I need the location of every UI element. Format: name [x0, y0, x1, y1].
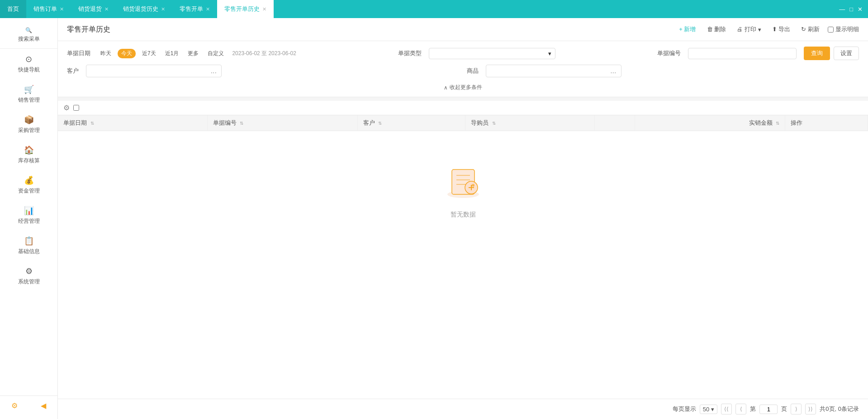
col-date[interactable]: 单据日期 ⇅ [58, 115, 207, 131]
content-area: 零售开单历史 + 新增 🗑 删除 🖨 打印 ▾ ⬆ 导出 ↻ 刷新 [58, 18, 868, 419]
refresh-button[interactable]: ↻ 刷新 [798, 24, 822, 35]
page-size-label: 每页显示 [673, 405, 696, 413]
table-settings-icon[interactable]: ⚙ [63, 104, 70, 112]
tab-sales-return[interactable]: 销货退货 ✕ [71, 0, 116, 18]
date-btn-today[interactable]: 今天 [118, 49, 136, 58]
sidebar-label-basic-info: 基础信息 [18, 248, 40, 255]
sidebar-item-inventory[interactable]: 🏠 库存核算 [0, 140, 57, 170]
display-detail-checkbox[interactable]: 显示明细 [828, 25, 859, 33]
new-button[interactable]: + 新增 [676, 24, 698, 35]
table-header-row: 单据日期 ⇅ 单据编号 ⇅ 客户 ⇅ [58, 115, 868, 131]
query-button[interactable]: 查询 [804, 47, 830, 60]
sidebar-search[interactable]: 🔍 搜索采单 [0, 22, 57, 49]
toolbar: + 新增 🗑 删除 🖨 打印 ▾ ⬆ 导出 ↻ 刷新 显示明细 [676, 24, 859, 35]
inventory-icon: 🏠 [24, 145, 34, 155]
customer-label: 客户 [67, 67, 79, 75]
sidebar-item-operations[interactable]: 📊 经营管理 [0, 200, 57, 231]
sidebar-settings-btn[interactable]: ⚙ [8, 400, 21, 412]
pagination: 每页显示 50 ▾ ⟨⟨ ⟨ 第 页 ⟩ ⟩⟩ 共0页, 0条记录 [58, 399, 868, 419]
product-input[interactable]: ... [486, 65, 621, 77]
window-close[interactable]: ✕ [858, 6, 863, 13]
empty-state: 暂无数据 [58, 131, 868, 246]
order-no-label: 单据编号 [657, 49, 681, 57]
page-size-value: 50 [703, 406, 709, 413]
tab-sales-return-history[interactable]: 销货退货历史 ✕ [116, 0, 172, 18]
date-btn-more[interactable]: 更多 [185, 49, 201, 58]
close-tab-retail-history[interactable]: ✕ [262, 6, 266, 12]
close-tab-retail-open[interactable]: ✕ [206, 6, 210, 12]
date-btn-7days[interactable]: 近7天 [139, 49, 159, 58]
col-amount[interactable]: 实销金额 ⇅ [635, 115, 785, 131]
sidebar-item-sys-mgmt[interactable]: ⚙ 系统管理 [0, 261, 57, 291]
sales-mgmt-icon: 🛒 [24, 85, 34, 94]
last-page-btn[interactable]: ⟩⟩ [805, 404, 816, 414]
sort-amount-icon[interactable]: ⇅ [776, 121, 779, 126]
sidebar-item-sales-mgmt[interactable]: 🛒 销售管理 [0, 79, 57, 109]
page-label-after: 页 [781, 405, 787, 413]
page-size-dropdown-icon[interactable]: ▾ [711, 406, 714, 413]
settings-filter-button[interactable]: 设置 [834, 47, 859, 60]
close-tab-sales-return[interactable]: ✕ [104, 6, 109, 12]
product-picker-icon[interactable]: ... [610, 67, 616, 75]
sidebar-bottom: ⚙ ◀ [0, 395, 57, 415]
sidebar-item-purchase-mgmt[interactable]: 📦 采购管理 [0, 109, 57, 140]
product-field[interactable] [491, 68, 604, 75]
close-tab-sales-return-history[interactable]: ✕ [161, 6, 165, 12]
order-no-input[interactable] [688, 48, 797, 59]
sort-date-icon[interactable]: ⇅ [90, 121, 94, 126]
display-detail-input[interactable] [828, 27, 834, 33]
next-page-icon: ⟩ [795, 406, 797, 412]
sidebar-item-finance[interactable]: 💰 资金管理 [0, 170, 57, 200]
table-toolbar: ⚙ [58, 101, 868, 115]
product-label: 商品 [467, 67, 479, 75]
tab-sales-order[interactable]: 销售订单 ✕ [26, 0, 71, 18]
customer-input[interactable]: ... [86, 65, 222, 77]
date-btn-1month[interactable]: 近1月 [162, 49, 182, 58]
finance-icon: 💰 [24, 175, 34, 185]
page-number-input[interactable] [759, 405, 778, 414]
tab-home[interactable]: 首页 [0, 0, 26, 18]
col-salesperson[interactable]: 导购员 ⇅ [465, 115, 594, 131]
page-header: 零售开单历史 + 新增 🗑 删除 🖨 打印 ▾ ⬆ 导出 ↻ 刷新 [58, 18, 868, 41]
col-action: 操作 [785, 115, 868, 131]
collapse-row: ∧ 收起更多条件 [67, 82, 859, 93]
sort-customer-icon[interactable]: ⇅ [378, 121, 382, 126]
col-customer[interactable]: 客户 ⇅ [357, 115, 465, 131]
order-type-select[interactable]: ▾ [429, 48, 555, 59]
main-layout: 🔍 搜索采单 ⊙ 快捷导航 🛒 销售管理 📦 采购管理 🏠 库存核算 💰 资金管… [0, 18, 868, 419]
sidebar-item-quick-nav[interactable]: ⊙ 快捷导航 [0, 49, 57, 79]
order-type-dropdown-icon[interactable]: ▾ [548, 50, 551, 57]
customer-field[interactable] [91, 68, 204, 75]
operations-icon: 📊 [24, 206, 34, 216]
date-btn-custom[interactable]: 自定义 [205, 49, 227, 58]
close-tab-sales-order[interactable]: ✕ [60, 6, 64, 12]
tab-retail-open[interactable]: 零售开单 ✕ [172, 0, 217, 18]
date-btn-yesterday[interactable]: 昨天 [98, 49, 114, 58]
order-no-field[interactable] [693, 50, 792, 57]
next-page-btn[interactable]: ⟩ [791, 404, 802, 414]
prev-page-icon: ⟨ [740, 406, 742, 412]
export-button[interactable]: ⬆ 导出 [769, 24, 793, 35]
tab-retail-history[interactable]: 零售开单历史 ✕ [217, 0, 274, 18]
sidebar-label-sales-mgmt: 销售管理 [18, 96, 40, 104]
print-button[interactable]: 🖨 打印 ▾ [734, 24, 764, 35]
window-maximize[interactable]: □ [849, 6, 853, 13]
window-minimize[interactable]: — [839, 6, 845, 13]
sidebar-label-finance: 资金管理 [18, 187, 40, 195]
sort-no-icon[interactable]: ⇅ [240, 121, 243, 126]
top-nav-bar: 首页 销售订单 ✕ 销货退货 ✕ 销货退货历史 ✕ 零售开单 ✕ 零售开单历史 … [0, 0, 868, 18]
customer-picker-icon[interactable]: ... [211, 67, 217, 75]
delete-button[interactable]: 🗑 删除 [704, 24, 729, 35]
sort-salesperson-icon[interactable]: ⇅ [492, 121, 496, 126]
sidebar-collapse-btn[interactable]: ◀ [37, 400, 50, 412]
print-dropdown-icon[interactable]: ▾ [758, 26, 761, 33]
collapse-button[interactable]: ∧ 收起更多条件 [444, 84, 482, 91]
filter-row-2: 客户 ... 商品 ... [67, 65, 859, 77]
page-size-select[interactable]: 50 ▾ [700, 405, 717, 414]
sidebar-item-basic-info[interactable]: 📋 基础信息 [0, 231, 57, 261]
sidebar-search-label: 搜索采单 [18, 35, 40, 43]
col-no[interactable]: 单据编号 ⇅ [207, 115, 357, 131]
select-all-checkbox[interactable] [73, 105, 79, 111]
first-page-btn[interactable]: ⟨⟨ [721, 404, 732, 414]
prev-page-btn[interactable]: ⟨ [735, 404, 746, 414]
